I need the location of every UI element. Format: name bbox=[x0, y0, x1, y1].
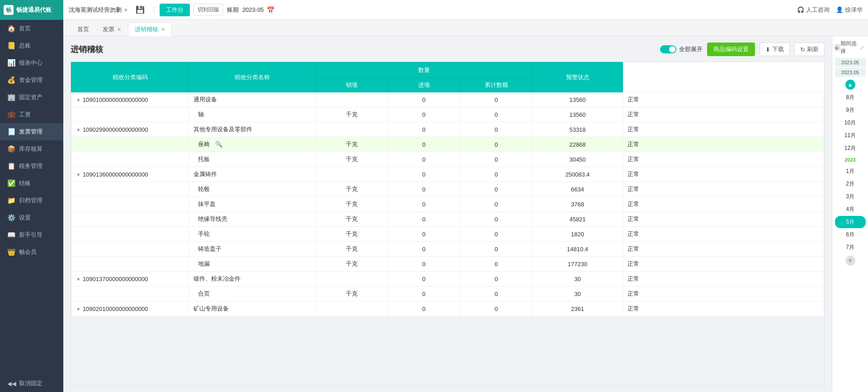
sales-cell: 0 bbox=[388, 167, 460, 182]
expand-toggle[interactable]: ▼ bbox=[76, 97, 81, 103]
unit-cell bbox=[316, 122, 388, 137]
status-cell: 正常 bbox=[623, 257, 824, 272]
sales-cell: 0 bbox=[388, 197, 460, 212]
sidebar-item-home[interactable]: 🏠 首页 bbox=[0, 20, 63, 37]
sidebar-label-reports: 报表中心 bbox=[19, 59, 42, 67]
tab-reconcile[interactable]: 进销稽核 ✕ bbox=[128, 22, 172, 36]
expand-toggle[interactable]: ▼ bbox=[76, 306, 81, 312]
period-5[interactable]: 5月 bbox=[835, 216, 866, 228]
sales-cell: 0 bbox=[388, 92, 460, 107]
expand-all-toggle[interactable]: 全部展开 bbox=[660, 45, 703, 53]
code-cell: ▼10902010000000000000 bbox=[71, 301, 189, 316]
search-icon[interactable]: 🔍 bbox=[215, 141, 222, 148]
name-cell: 轮毂 bbox=[189, 182, 316, 197]
sidebar-item-salary[interactable]: 💼 工资 bbox=[0, 106, 63, 123]
unit-cell: 千克 bbox=[316, 152, 388, 167]
user-icon: 👤 bbox=[836, 6, 843, 13]
unit-cell bbox=[316, 301, 388, 316]
support-label: 人工咨询 bbox=[806, 6, 830, 14]
expand-toggle[interactable]: ▼ bbox=[76, 127, 81, 133]
code-cell bbox=[71, 227, 189, 242]
sidebar-item-close[interactable]: ✅ 结账 bbox=[0, 175, 63, 192]
purchase-cell: 0 bbox=[460, 122, 533, 137]
sidebar-item-finance[interactable]: 💰 资金管理 bbox=[0, 72, 63, 89]
sidebar-item-member[interactable]: 👑 畅会员 bbox=[0, 244, 63, 261]
sidebar-label-home: 首页 bbox=[19, 24, 31, 33]
expand-toggle[interactable]: ▼ bbox=[76, 277, 81, 282]
sidebar-item-ledger[interactable]: 📒 总账 bbox=[0, 37, 63, 54]
expand-toggle[interactable]: ▼ bbox=[76, 172, 81, 177]
period-8[interactable]: 8月 bbox=[835, 91, 866, 104]
period-2[interactable]: 2月 bbox=[835, 178, 866, 190]
topbar-separator bbox=[154, 5, 154, 14]
product-code-button[interactable]: 商品编码设置 bbox=[707, 43, 755, 56]
topbar-right: 🎧 人工咨询 👤 徐泽华 bbox=[797, 6, 863, 14]
col-sales-header: 销项 bbox=[316, 78, 388, 92]
panel-collapse-button[interactable]: ▶ bbox=[834, 44, 840, 51]
purchase-cell: 0 bbox=[460, 212, 533, 227]
name-cell: 地漏 bbox=[189, 257, 316, 272]
name-cell: 铸造盖子 bbox=[189, 242, 316, 257]
period-down-button[interactable]: ▼ bbox=[845, 256, 855, 266]
period-1[interactable]: 1月 bbox=[835, 165, 866, 177]
status-cell: 正常 bbox=[623, 197, 824, 212]
period-12[interactable]: 12月 bbox=[835, 142, 866, 154]
sidebar-item-guide[interactable]: 📖 新手引导 bbox=[0, 226, 63, 244]
total-cell: 13560 bbox=[533, 107, 623, 122]
download-button[interactable]: ⬇ 下载 bbox=[760, 43, 790, 56]
panel-expand-button[interactable]: ⤢ bbox=[860, 44, 866, 51]
table-row: ▼10901370000000000000 锻件、粉末冶金件 0 0 30 正常 bbox=[71, 272, 824, 287]
purchase-cell: 0 bbox=[460, 227, 533, 242]
col-total-header: 累计数额 bbox=[460, 78, 533, 92]
refresh-button[interactable]: ↻ 刷新 bbox=[794, 43, 825, 56]
assets-icon: 🏢 bbox=[7, 93, 15, 101]
user-profile[interactable]: 👤 徐泽华 bbox=[836, 6, 863, 14]
toggle-switch[interactable] bbox=[660, 45, 676, 53]
period-7[interactable]: 7月 bbox=[835, 241, 866, 253]
sidebar-item-reports[interactable]: 📊 报表中心 bbox=[0, 54, 63, 72]
period-value: 2023-05 bbox=[242, 6, 264, 13]
sidebar-item-settings[interactable]: ⚙️ 设置 bbox=[0, 209, 63, 226]
total-cell: 53318 bbox=[533, 122, 623, 137]
sidebar-item-assets[interactable]: 🏢 固定资产 bbox=[0, 89, 63, 106]
code-cell bbox=[71, 242, 189, 257]
calendar-icon[interactable]: 📅 bbox=[267, 6, 274, 14]
sidebar-item-inventory[interactable]: 📦 库存核算 bbox=[0, 140, 63, 158]
tab-home[interactable]: 首页 bbox=[71, 22, 96, 36]
main-inner: 进销稽核 全部展开 商品编码设置 ⬇ 下载 ↻ 刷新 bbox=[63, 36, 832, 392]
workspace-button[interactable]: 工作台 bbox=[160, 4, 190, 16]
sidebar-unpin[interactable]: ◀◀ 取消固定 bbox=[0, 375, 63, 392]
sidebar-item-tax[interactable]: 📋 税务管理 bbox=[0, 158, 63, 175]
sales-cell: 0 bbox=[388, 227, 460, 242]
period-9[interactable]: 9月 bbox=[835, 104, 866, 116]
period-4[interactable]: 4月 bbox=[835, 203, 866, 215]
tab-reconcile-close[interactable]: ✕ bbox=[161, 27, 165, 33]
unit-cell: 千克 bbox=[316, 137, 388, 152]
purchase-cell: 0 bbox=[460, 92, 533, 107]
save-status-button[interactable]: 💾 bbox=[132, 4, 148, 16]
period-header-1: 2023.05 bbox=[835, 58, 866, 67]
refresh-icon: ↻ bbox=[800, 46, 805, 53]
tab-invoice-close[interactable]: ✕ bbox=[117, 27, 121, 33]
sidebar-item-archive[interactable]: 📁 归档管理 bbox=[0, 192, 63, 209]
code-cell bbox=[71, 152, 189, 167]
page-title: 进销稽核 bbox=[71, 44, 103, 55]
name-cell: 锻件、粉末冶金件 bbox=[189, 272, 316, 287]
company-selector[interactable]: 沈海英测试经营勿删 ▼ bbox=[69, 6, 128, 14]
period-up-button[interactable]: ▲ bbox=[845, 80, 855, 90]
purchase-cell: 0 bbox=[460, 137, 533, 152]
support-button[interactable]: 🎧 人工咨询 bbox=[797, 6, 830, 14]
tab-invoice[interactable]: 发票 ✕ bbox=[96, 22, 128, 36]
period-3[interactable]: 3月 bbox=[835, 191, 866, 203]
period-10[interactable]: 10月 bbox=[835, 117, 866, 129]
expand-icon: ⤢ bbox=[860, 44, 864, 51]
total-cell: 30 bbox=[533, 287, 623, 301]
sidebar-label-guide: 新手引导 bbox=[19, 231, 42, 239]
period-11[interactable]: 11月 bbox=[835, 129, 866, 142]
name-cell: 矿山专用设备 bbox=[189, 301, 316, 316]
switch-version-button[interactable]: 切到旧版 bbox=[193, 4, 223, 16]
period-6[interactable]: 6月 bbox=[835, 229, 866, 241]
table-row: 轴 千克 0 0 13560 正常 bbox=[71, 107, 824, 122]
main-area: 沈海英测试经营勿删 ▼ 💾 工作台 切到旧版 账期 2023-05 📅 🎧 人工… bbox=[63, 0, 868, 392]
sidebar-item-invoice[interactable]: 🧾 发票管理 bbox=[0, 123, 63, 140]
